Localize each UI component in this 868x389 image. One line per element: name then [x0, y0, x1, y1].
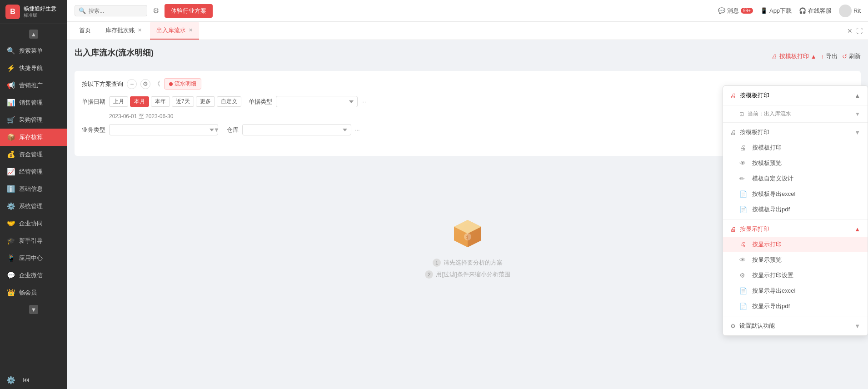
scroll-up-btn[interactable]: ▲ [29, 30, 38, 39]
print-panel-close-arrow[interactable]: ▲ [854, 92, 860, 99]
display-section-chevron: ▲ [854, 226, 860, 233]
online-service-btn[interactable]: 🎧 在线客服 [799, 7, 832, 15]
sidebar-item-guide[interactable]: 🎓 新手引导 [0, 232, 67, 249]
date-btn-last-month[interactable]: 上月 [109, 96, 128, 107]
sidebar-item-finance[interactable]: 💰 资金管理 [0, 146, 67, 163]
display-excel-item[interactable]: 📄 按显示导出excel [723, 283, 868, 299]
sidebar-item-basic[interactable]: ℹ️ 基础信息 [0, 180, 67, 198]
display-print-settings-item[interactable]: ⚙ 按显示打印设置 [723, 268, 868, 283]
date-btn-custom[interactable]: 自定义 [217, 96, 241, 107]
sidebar-item-system[interactable]: ⚙️ 系统管理 [0, 198, 67, 215]
date-btn-7days[interactable]: 近7天 [172, 96, 194, 107]
sidebar-item-wechat[interactable]: 💬 企业微信 [0, 267, 67, 284]
sidebar-bottom: ⚙️ ⏮ [0, 371, 67, 389]
tab-home[interactable]: 首页 [73, 22, 97, 40]
sidebar-item-collab[interactable]: 🤝 企业协同 [0, 215, 67, 232]
finance-icon: 💰 [6, 150, 15, 159]
warehouse-select[interactable] [242, 124, 351, 135]
tab-expand-icon[interactable]: ⛶ [856, 27, 863, 35]
display-section-header[interactable]: 🖨 按显示打印 ▲ [723, 221, 868, 237]
sidebar-item-quick-nav[interactable]: ⚡ 快捷导航 [0, 60, 67, 77]
print-panel-title: 🖨 按模板打印 [730, 91, 769, 100]
sidebar-item-sales[interactable]: 📊 销售管理 [0, 94, 67, 111]
doctype-select[interactable] [276, 96, 358, 107]
user-avatar [839, 5, 852, 17]
excel-icon-1: 📄 [739, 190, 748, 198]
tab-batch[interactable]: 库存批次账 ✕ [99, 22, 148, 40]
filter-collapse-icon[interactable]: 《 [154, 80, 160, 88]
biztype-select[interactable] [109, 124, 218, 135]
template-excel-item[interactable]: 📄 按模板导出excel [723, 186, 868, 202]
sidebar-item-purchase[interactable]: 🛒 采购管理 [0, 111, 67, 129]
print-panel-icon: 🖨 [730, 92, 736, 99]
user-menu[interactable]: Rit [839, 5, 861, 17]
current-dropdown-icon[interactable]: ▼ [855, 111, 860, 117]
doctype-label: 单据类型 [249, 98, 272, 106]
refresh-icon: ↺ [842, 53, 847, 60]
sidebar-item-operations[interactable]: 📈 经营管理 [0, 163, 67, 180]
tab-close-batch[interactable]: ✕ [138, 28, 142, 33]
print-template-btn[interactable]: 🖨 按模板打印 ▲ [772, 52, 817, 60]
app-download-btn[interactable]: 📱 App下载 [760, 7, 792, 15]
filter-add-btn[interactable]: ＋ [127, 79, 137, 89]
sidebar-item-marketing[interactable]: 📢 营销推广 [0, 77, 67, 94]
filter-settings-btn[interactable]: ⚙ [140, 79, 150, 89]
sidebar-item-label: 基础信息 [19, 185, 43, 193]
display-print-icon: 🖨 [739, 241, 748, 248]
display-preview-item[interactable]: 👁 按显示预览 [723, 252, 868, 268]
tab-close-flow[interactable]: ✕ [189, 28, 193, 33]
template-design-item[interactable]: ✏ 模板自定义设计 [723, 171, 868, 186]
print-panel-header: 🖨 按模板打印 ▲ [723, 86, 868, 105]
message-badge: 99+ [741, 8, 753, 14]
sidebar-item-label: 营销推广 [19, 81, 43, 90]
marketing-icon: 📢 [6, 81, 15, 90]
sidebar-settings-icon[interactable]: ⚙️ [6, 376, 15, 384]
sidebar-item-label: 企业微信 [19, 271, 43, 279]
sidebar-item-appcenter[interactable]: 📱 应用中心 [0, 249, 67, 267]
display-pdf-item[interactable]: 📄 按显示导出pdf [723, 299, 868, 314]
template-section-header[interactable]: 🖨 按模板打印 ▼ [723, 125, 868, 140]
message-icon: 💬 [718, 7, 725, 14]
sidebar-logo: B 畅捷通好生意 标准版 [0, 0, 67, 24]
topbar-search-box[interactable]: 🔍 [75, 5, 147, 16]
printer-icon: 🖨 [772, 53, 778, 60]
sidebar-item-search[interactable]: 🔍 搜索菜单 [0, 42, 67, 60]
template-pdf-item[interactable]: 📄 按模板导出pdf [723, 202, 868, 217]
tabbar: 首页 库存批次账 ✕ 出入库流水 ✕ ✕ ⛶ [67, 22, 868, 40]
topbar-search-input[interactable] [89, 8, 134, 14]
filter-header-label: 按以下方案查询 [82, 80, 123, 88]
date-shortcuts: 上月 本月 本年 近7天 更多 自定义 [109, 96, 241, 107]
content-area: 出入库流水(流水明细) 🖨 按模板打印 ▲ ↑ 导出 ↺ 刷新 [67, 40, 868, 389]
topbar-gear-icon[interactable]: ⚙ [153, 6, 159, 15]
empty-illustration: :| [445, 209, 490, 249]
sidebar-item-member[interactable]: 👑 畅会员 [0, 284, 67, 301]
scroll-down-btn[interactable]: ▼ [29, 305, 38, 314]
template-preview-item[interactable]: 👁 按模板预览 [723, 155, 868, 171]
topbar-search-icon: 🔍 [79, 7, 86, 14]
print-icon-1: 🖨 [739, 144, 748, 151]
date-btn-this-month[interactable]: 本月 [130, 96, 149, 107]
design-icon: ✏ [739, 175, 748, 182]
template-print-item[interactable]: 🖨 按模板打印 [723, 140, 868, 155]
date-btn-this-year[interactable]: 本年 [151, 96, 170, 107]
export-btn[interactable]: ↑ 导出 [821, 52, 838, 60]
tabbar-right: ✕ ⛶ [847, 27, 863, 35]
tab-close-all-icon[interactable]: ✕ [847, 27, 853, 35]
headset-icon: 🎧 [799, 7, 806, 14]
sidebar-item-inventory[interactable]: 📦 库存核算 [0, 129, 67, 146]
sidebar-collapse-icon[interactable]: ⏮ [23, 376, 30, 384]
display-print-item[interactable]: 🖨 按显示打印 [723, 237, 868, 252]
display-settings-icon: ⚙ [739, 272, 748, 279]
doctype-more-icon[interactable]: ··· [361, 98, 366, 105]
member-icon: 👑 [6, 289, 15, 297]
message-btn[interactable]: 💬 消息 99+ [718, 7, 753, 15]
filter-tag[interactable]: 流水明细 [164, 78, 201, 90]
tab-flow[interactable]: 出入库流水 ✕ [150, 22, 199, 40]
default-settings-item[interactable]: ⚙ 设置默认功能 ▼ [723, 318, 868, 334]
refresh-btn[interactable]: ↺ 刷新 [842, 52, 861, 60]
date-btn-more[interactable]: 更多 [196, 96, 215, 107]
tag-dot [169, 82, 173, 86]
wechat-icon: 💬 [6, 271, 15, 279]
industry-btn[interactable]: 体验行业方案 [165, 4, 213, 18]
warehouse-more-icon[interactable]: ··· [355, 126, 360, 133]
